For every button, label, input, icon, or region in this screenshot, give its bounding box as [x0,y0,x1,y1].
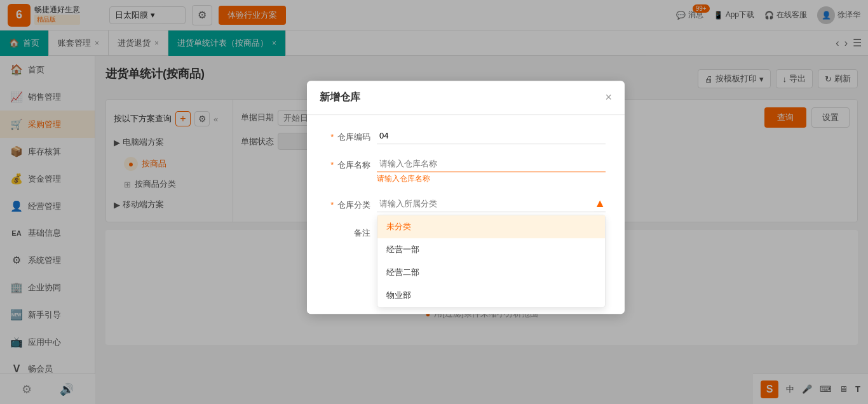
category-input[interactable] [377,196,594,212]
warehouse-name-input[interactable] [377,156,606,172]
category-dropdown-arrow[interactable]: ▲ [594,197,606,210]
category-dropdown-list: 未分类 经营一部 经营二部 物业部 [377,215,606,307]
warehouse-category-label: * 仓库分类 [326,196,370,211]
warehouse-category-group: ▲ 未分类 经营一部 经营二部 物业部 [377,196,606,212]
warehouse-code-label: * 仓库编码 [326,128,370,143]
remark-label: 备注 [326,224,370,239]
warehouse-category-row: * 仓库分类 ▲ 未分类 经营一部 经营二部 物业部 [326,196,606,212]
warehouse-name-label: * 仓库名称 [326,156,370,171]
modal-header: 新增仓库 × [307,81,625,115]
new-warehouse-modal: 新增仓库 × * 仓库编码 * 仓库名称 请输入仓库名称 * [307,81,625,314]
modal-close-button[interactable]: × [605,91,612,104]
warehouse-name-group: 请输入仓库名称 [377,156,606,184]
warehouse-name-error: 请输入仓库名称 [377,173,606,184]
modal-title: 新增仓库 [320,91,360,104]
modal-body: * 仓库编码 * 仓库名称 请输入仓库名称 * 仓库分类 [307,115,625,279]
option-dept3[interactable]: 物业部 [377,284,605,307]
option-unclassified[interactable]: 未分类 [377,215,605,238]
warehouse-name-row: * 仓库名称 请输入仓库名称 [326,156,606,184]
option-dept2[interactable]: 经营二部 [377,261,605,284]
category-dropdown-wrapper: ▲ [377,196,606,212]
warehouse-code-input[interactable] [377,128,606,144]
option-dept1[interactable]: 经营一部 [377,238,605,261]
warehouse-code-row: * 仓库编码 [326,128,606,144]
